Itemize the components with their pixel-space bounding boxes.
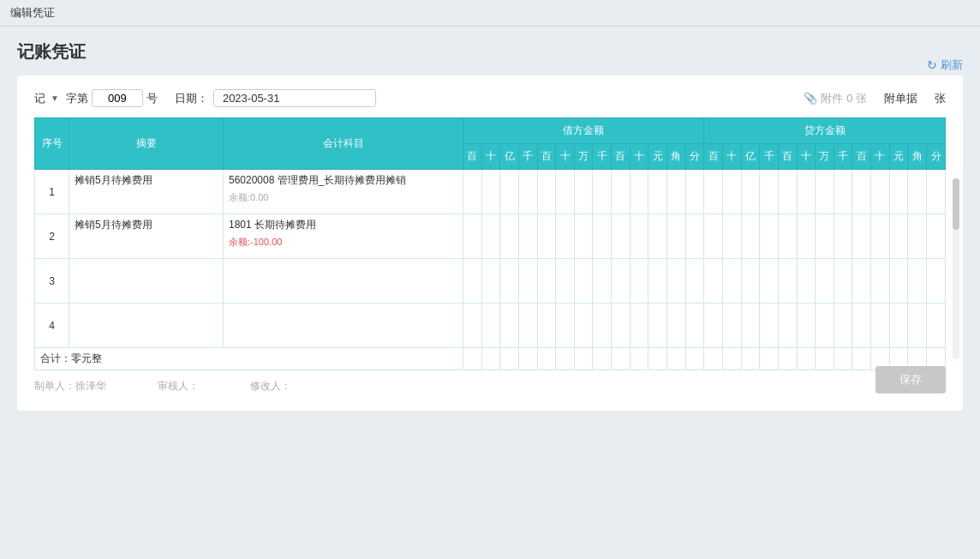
row-account-3[interactable] [224,304,463,348]
row-debit-0-10[interactable] [648,170,667,214]
row-debit-2-2[interactable] [500,259,519,304]
row-debit-1-8[interactable] [612,214,630,259]
row-debit-0-11[interactable] [667,170,686,214]
row-credit-0-12[interactable] [927,170,946,214]
row-debit-0-0[interactable] [463,170,482,214]
scrollbar[interactable] [953,178,959,359]
row-debit-3-4[interactable] [537,304,556,348]
row-credit-0-9[interactable] [871,170,890,214]
row-credit-2-9[interactable] [871,259,890,304]
row-credit-1-4[interactable] [778,214,797,259]
row-credit-3-1[interactable] [722,304,741,348]
row-summary-0[interactable]: 摊销5月待摊费用 [69,170,224,214]
row-account-1[interactable]: 1801 长期待摊费用余额:-100.00 [224,214,463,259]
row-debit-1-4[interactable] [537,214,556,259]
row-debit-3-6[interactable] [574,304,593,348]
row-credit-3-4[interactable] [778,304,797,348]
row-credit-2-0[interactable] [704,259,723,304]
row-summary-1[interactable]: 摊销5月待摊费用 [69,214,224,259]
row-credit-1-9[interactable] [871,214,890,259]
row-debit-1-1[interactable] [481,214,500,259]
row-debit-3-5[interactable] [556,304,575,348]
table-row[interactable]: 2摊销5月待摊费用1801 长期待摊费用余额:-100.00 [35,214,946,259]
row-debit-1-5[interactable] [556,214,575,259]
row-credit-3-8[interactable] [852,304,871,348]
voucher-number-input[interactable] [92,89,143,107]
row-credit-0-5[interactable] [797,170,816,214]
fujun-button[interactable]: 附单据 [884,91,917,106]
row-account-2[interactable] [224,259,463,304]
row-debit-2-0[interactable] [463,259,482,304]
row-debit-2-6[interactable] [574,259,593,304]
row-debit-3-1[interactable] [481,304,500,348]
date-input[interactable] [213,89,376,107]
row-credit-2-10[interactable] [889,259,908,304]
row-credit-3-6[interactable] [816,304,834,348]
row-credit-3-10[interactable] [889,304,908,348]
row-debit-0-6[interactable] [574,170,593,214]
row-debit-3-12[interactable] [685,304,704,348]
row-credit-0-0[interactable] [704,170,723,214]
row-credit-3-11[interactable] [908,304,927,348]
row-debit-2-4[interactable] [537,259,556,304]
row-debit-2-3[interactable] [518,259,537,304]
row-debit-3-3[interactable] [518,304,537,348]
row-credit-1-3[interactable] [760,214,779,259]
row-credit-1-11[interactable] [908,214,927,259]
table-row[interactable]: 4 [35,304,946,348]
row-debit-3-0[interactable] [463,304,482,348]
row-debit-0-12[interactable] [685,170,704,214]
row-debit-1-11[interactable] [667,214,686,259]
row-credit-0-10[interactable] [889,170,908,214]
row-credit-3-3[interactable] [760,304,779,348]
row-debit-1-0[interactable] [463,214,482,259]
row-credit-1-5[interactable] [797,214,816,259]
row-credit-1-6[interactable] [816,214,834,259]
row-debit-2-9[interactable] [630,259,648,304]
row-credit-3-5[interactable] [797,304,816,348]
row-debit-3-8[interactable] [612,304,630,348]
row-debit-2-12[interactable] [685,259,704,304]
row-debit-3-10[interactable] [648,304,667,348]
row-summary-2[interactable] [69,259,224,304]
row-debit-2-10[interactable] [648,259,667,304]
row-debit-0-4[interactable] [537,170,556,214]
row-debit-3-7[interactable] [593,304,612,348]
row-debit-1-12[interactable] [685,214,704,259]
row-debit-0-2[interactable] [500,170,519,214]
row-credit-2-3[interactable] [760,259,779,304]
row-debit-1-2[interactable] [500,214,519,259]
row-credit-2-11[interactable] [908,259,927,304]
row-credit-0-3[interactable] [760,170,779,214]
row-credit-1-7[interactable] [834,214,852,259]
row-account-0[interactable]: 56020008 管理费用_长期待摊费用摊销余额:0.00 [224,170,463,214]
row-debit-1-3[interactable] [518,214,537,259]
row-debit-0-7[interactable] [593,170,612,214]
row-debit-0-8[interactable] [612,170,630,214]
row-credit-2-6[interactable] [816,259,834,304]
save-button[interactable]: 保存 [875,366,946,394]
row-credit-1-2[interactable] [741,214,760,259]
refresh-button[interactable]: ↻ 刷新 [927,57,963,73]
row-credit-2-7[interactable] [834,259,852,304]
row-debit-2-8[interactable] [612,259,630,304]
row-credit-3-12[interactable] [927,304,946,348]
row-credit-0-1[interactable] [722,170,741,214]
row-debit-3-9[interactable] [630,304,648,348]
row-credit-2-12[interactable] [927,259,946,304]
row-credit-2-5[interactable] [797,259,816,304]
row-credit-0-6[interactable] [816,170,834,214]
row-credit-0-8[interactable] [852,170,871,214]
row-credit-1-10[interactable] [889,214,908,259]
row-credit-3-0[interactable] [704,304,723,348]
row-debit-0-1[interactable] [481,170,500,214]
row-debit-1-9[interactable] [630,214,648,259]
row-debit-2-11[interactable] [667,259,686,304]
row-debit-0-5[interactable] [556,170,575,214]
ji-select[interactable]: 记 ▼ [34,91,59,106]
row-credit-3-7[interactable] [834,304,852,348]
row-credit-1-12[interactable] [927,214,946,259]
row-credit-2-8[interactable] [852,259,871,304]
row-debit-2-7[interactable] [593,259,612,304]
row-credit-1-0[interactable] [704,214,723,259]
